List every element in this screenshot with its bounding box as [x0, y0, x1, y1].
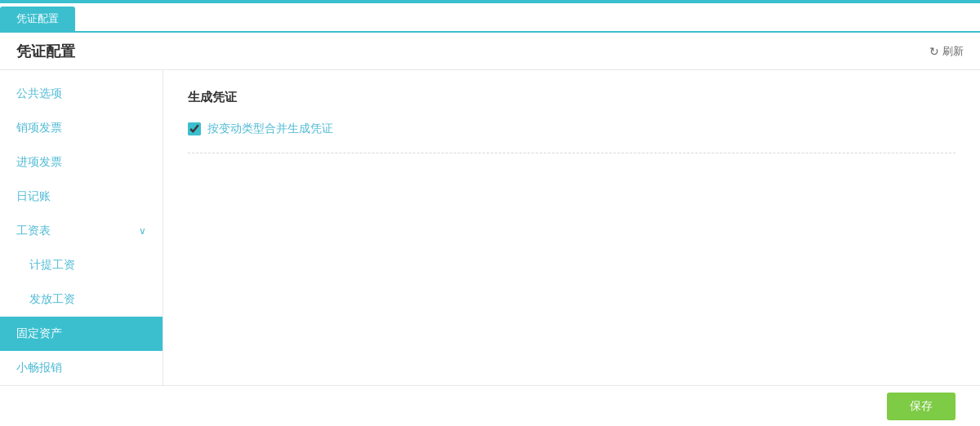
- sidebar-item-journal[interactable]: 日记账: [0, 180, 163, 214]
- main-content: 公共选项 销项发票 进项发票 日记账 工资表 ∨ 计提工资 发放工资: [0, 70, 980, 385]
- merge-by-type-label[interactable]: 按变动类型合并生成凭证: [207, 122, 333, 136]
- page-title: 凭证配置: [16, 42, 75, 61]
- sidebar-item-sales-invoice[interactable]: 销项发票: [0, 111, 163, 145]
- section-title: 生成凭证: [188, 90, 956, 105]
- checkbox-row: 按变动类型合并生成凭证: [188, 122, 956, 136]
- sidebar-item-payroll-table[interactable]: 工资表 ∨: [0, 214, 163, 248]
- chevron-down-icon: ∨: [139, 225, 146, 237]
- sidebar-item-pay-payroll[interactable]: 发放工资: [0, 282, 163, 317]
- sidebar-item-purchase-invoice[interactable]: 进项发票: [0, 145, 163, 180]
- section-divider: [188, 153, 956, 153]
- sidebar-item-public-options[interactable]: 公共选项: [0, 77, 163, 111]
- refresh-button[interactable]: ↻ 刷新: [929, 44, 964, 59]
- sidebar-item-fixed-assets[interactable]: 固定资产: [0, 317, 163, 351]
- sidebar-item-expense-claim[interactable]: 小畅报销: [0, 351, 163, 385]
- header: 凭证配置 ↻ 刷新: [0, 33, 980, 70]
- page-container: 凭证配置 凭证配置 ↻ 刷新 公共选项 销项发票 进项发票 日记账: [0, 0, 980, 426]
- footer: 保存: [0, 385, 980, 426]
- sidebar-item-calc-payroll[interactable]: 计提工资: [0, 248, 163, 282]
- save-button[interactable]: 保存: [887, 393, 956, 420]
- merge-by-type-checkbox[interactable]: [188, 122, 201, 135]
- top-tab-bar: 凭证配置: [0, 3, 980, 33]
- sidebar: 公共选项 销项发票 进项发票 日记账 工资表 ∨ 计提工资 发放工资: [0, 70, 163, 385]
- refresh-icon: ↻: [929, 45, 939, 58]
- content-area: 生成凭证 按变动类型合并生成凭证: [163, 70, 980, 385]
- tab-voucher-config[interactable]: 凭证配置: [0, 7, 75, 31]
